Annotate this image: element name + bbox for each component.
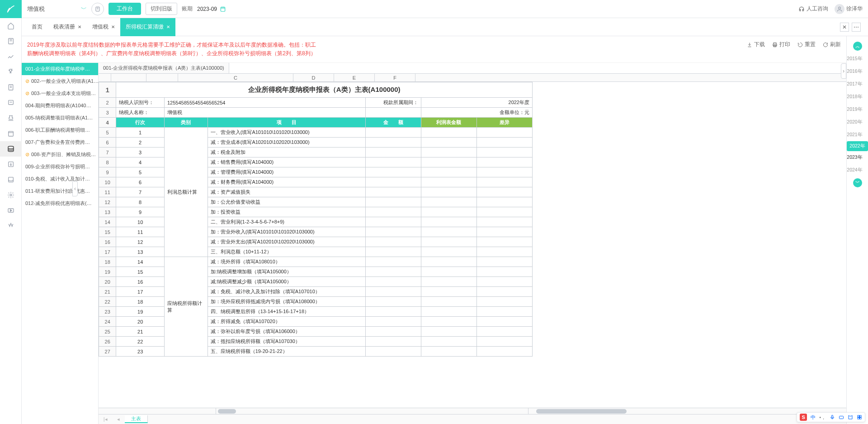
value-cell[interactable] <box>476 128 532 138</box>
taxpayer-id-cell[interactable]: 125545855545546565254 <box>165 98 366 108</box>
value-cell[interactable] <box>365 347 421 357</box>
nav-tax-icon[interactable] <box>0 141 22 157</box>
nav-calendar-icon[interactable] <box>0 126 22 141</box>
nav-export-icon[interactable] <box>0 157 22 172</box>
year-item[interactable]: 2018年 <box>847 91 868 103</box>
value-cell[interactable] <box>365 187 421 197</box>
skin-icon[interactable] <box>848 414 853 420</box>
bottom-tab-main[interactable]: 主表 <box>125 415 148 423</box>
value-cell[interactable] <box>421 207 476 217</box>
tree-item[interactable]: ⊘002-一般企业收入明细表(A1… <box>22 75 98 87</box>
nav-vip-icon[interactable] <box>0 218 22 233</box>
value-cell[interactable] <box>365 138 421 148</box>
value-cell[interactable] <box>476 347 532 357</box>
value-cell[interactable] <box>476 287 532 297</box>
year-scroll-down-icon[interactable]: ︾ <box>853 178 862 187</box>
value-cell[interactable] <box>476 167 532 177</box>
user-menu[interactable]: 徐泽华 <box>835 4 863 14</box>
value-cell[interactable] <box>365 207 421 217</box>
value-cell[interactable] <box>421 187 476 197</box>
value-cell[interactable] <box>421 297 476 307</box>
sheet-tab[interactable]: 001-企业所得税年度纳税申报表（A类）主表(A100000) <box>99 63 229 73</box>
horizontal-scrollbar[interactable] <box>99 408 846 414</box>
toolbox-icon[interactable] <box>857 414 862 420</box>
year-item[interactable]: 2023年 <box>847 151 868 164</box>
value-cell[interactable] <box>365 148 421 157</box>
value-cell[interactable] <box>365 157 421 167</box>
tree-item[interactable]: 012-减免所得税优惠明细表(… <box>22 197 98 210</box>
value-cell[interactable] <box>476 227 532 237</box>
value-cell[interactable] <box>365 247 421 257</box>
nav-receipt-icon[interactable] <box>0 95 22 110</box>
value-cell[interactable] <box>421 277 476 287</box>
tax-period-cell[interactable]: 2022年度 <box>421 98 532 108</box>
value-cell[interactable] <box>476 317 532 327</box>
value-cell[interactable] <box>365 257 421 267</box>
tab-tax-list[interactable]: 税表清册✕ <box>48 18 87 36</box>
nav-settings-icon[interactable] <box>0 187 22 203</box>
value-cell[interactable] <box>476 267 532 277</box>
download-button[interactable]: 下载 <box>747 41 765 48</box>
value-cell[interactable] <box>421 327 476 337</box>
tree-item[interactable]: 007-广告费和业务宣传费跨… <box>22 136 98 148</box>
mic-icon[interactable] <box>830 414 835 420</box>
spreadsheet-grid[interactable]: 1企业所得税年度纳税申报表（A类）主表(A100000) 2 纳税人识别号： 1… <box>99 82 846 408</box>
close-icon[interactable]: ✕ <box>166 24 170 29</box>
year-item[interactable]: 2017年 <box>847 78 868 91</box>
nav-inbox-icon[interactable] <box>0 172 22 187</box>
value-cell[interactable] <box>476 217 532 227</box>
nav-home-icon[interactable] <box>0 18 22 33</box>
tree-item[interactable]: 010-免税、减计收入及加计… <box>22 173 98 185</box>
value-cell[interactable] <box>421 247 476 257</box>
value-cell[interactable] <box>421 138 476 148</box>
company-selector[interactable]: 增值税 ﹀ <box>27 5 87 13</box>
value-cell[interactable] <box>421 167 476 177</box>
value-cell[interactable] <box>421 197 476 207</box>
sheet-nav-first-icon[interactable]: |◂ <box>104 416 108 422</box>
value-cell[interactable] <box>365 337 421 347</box>
app-logo[interactable] <box>0 0 22 18</box>
year-scroll-up-icon[interactable]: ︽ <box>853 42 862 51</box>
value-cell[interactable] <box>421 157 476 167</box>
tab-home[interactable]: 首页 <box>26 18 48 36</box>
value-cell[interactable] <box>476 148 532 157</box>
value-cell[interactable] <box>476 138 532 148</box>
close-icon[interactable]: ✕ <box>111 24 115 29</box>
value-cell[interactable] <box>365 237 421 247</box>
value-cell[interactable] <box>476 247 532 257</box>
tab-vat[interactable]: 增值税✕ <box>87 18 120 36</box>
tab-income-tax[interactable]: 所得税汇算清缴✕ <box>120 18 175 36</box>
consult-button[interactable]: 人工咨询 <box>798 5 828 13</box>
close-icon[interactable]: ✕ <box>78 24 81 29</box>
tree-item[interactable]: ⊘008-资产折旧、摊销及纳税… <box>22 148 98 161</box>
value-cell[interactable] <box>421 177 476 187</box>
value-cell[interactable] <box>421 267 476 277</box>
value-cell[interactable] <box>476 197 532 207</box>
nav-money-icon[interactable] <box>0 64 22 80</box>
nav-stamp-icon[interactable] <box>0 110 22 126</box>
value-cell[interactable] <box>421 148 476 157</box>
year-item[interactable]: 2016年 <box>847 65 868 78</box>
year-item[interactable]: 2021年 <box>847 129 868 141</box>
tree-item[interactable]: 005-纳税调整项目明细表(A1… <box>22 112 98 124</box>
taxpayer-name-cell[interactable]: 增值税 <box>165 108 366 118</box>
year-item[interactable]: 2020年 <box>847 116 868 129</box>
value-cell[interactable] <box>365 267 421 277</box>
value-cell[interactable] <box>365 317 421 327</box>
value-cell[interactable] <box>421 347 476 357</box>
value-cell[interactable] <box>421 217 476 227</box>
value-cell[interactable] <box>476 237 532 247</box>
tree-item[interactable]: 006-职工薪酬纳税调整明细… <box>22 124 98 136</box>
value-cell[interactable] <box>476 327 532 337</box>
value-cell[interactable] <box>421 287 476 297</box>
ime-toolbar[interactable]: S 中 •， <box>797 412 865 422</box>
value-cell[interactable] <box>421 128 476 138</box>
year-item[interactable]: 2015年 <box>847 52 868 65</box>
value-cell[interactable] <box>365 177 421 187</box>
close-all-button[interactable]: ✕ <box>840 23 849 32</box>
value-cell[interactable] <box>421 337 476 347</box>
value-cell[interactable] <box>365 227 421 237</box>
value-cell[interactable] <box>421 257 476 267</box>
value-cell[interactable] <box>365 297 421 307</box>
value-cell[interactable] <box>476 187 532 197</box>
